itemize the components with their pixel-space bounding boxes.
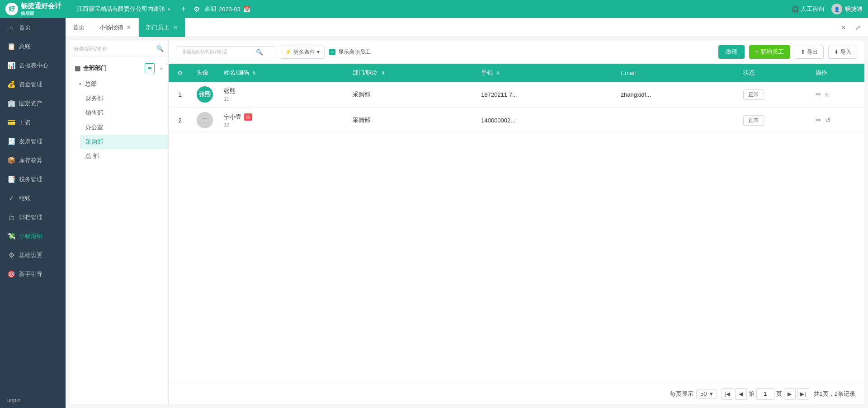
sidebar-item-home[interactable]: ⌂ 首页 xyxy=(0,18,66,37)
accounting-period: 账期 2023-03 📅 xyxy=(204,5,250,13)
sidebar-item-xiaochang[interactable]: 💸 小畅报销 xyxy=(0,227,66,246)
user-info[interactable]: 👤 畅捷通 xyxy=(831,4,863,14)
tab-department[interactable]: 部门员工 ✕ xyxy=(139,18,185,37)
row2-code: 12 xyxy=(224,122,342,127)
dept-edit-icon[interactable]: ✏ xyxy=(145,63,155,73)
top-header: 好 畅捷通好会计 旗舰版 江西服宝精品有限责任公司内账张 ▾ + ⚙ 账期 20… xyxy=(0,0,868,18)
col-settings[interactable]: ⚙ xyxy=(169,64,191,82)
filter-button[interactable]: ⚡ 更多条件 ▾ xyxy=(280,46,325,59)
sidebar-item-settlement[interactable]: ✓ 结账 xyxy=(0,189,66,208)
sidebar: ⌂ 首页 📋 总账 📊 云报表中心 💰 资金管理 🏢 固定资产 💳 工资 🧾 发… xyxy=(0,18,66,408)
row1-email: zhangxidf... xyxy=(621,91,651,98)
col-phone[interactable]: 手机 ⇅ xyxy=(476,64,615,82)
dept-group-name-head[interactable]: ▼ 总部 xyxy=(73,77,168,91)
header-right: 🎧 人工咨询 👤 畅捷通 xyxy=(792,4,863,14)
row2-edit-icon[interactable]: ✏ xyxy=(816,116,821,124)
sidebar-item-new-guide[interactable]: 🎯 新手引导 xyxy=(0,265,66,284)
employee-toolbar: 🔍 ⚡ 更多条件 ▾ ✓ 显示离职员工 邀请 xyxy=(169,41,864,64)
dept-child-sales[interactable]: 销售部 xyxy=(80,106,168,120)
add-tab-button[interactable]: + xyxy=(178,4,189,14)
first-page-icon: |◀ xyxy=(724,391,730,397)
last-page-button[interactable]: ▶| xyxy=(797,388,809,400)
row1-name-code: 张熙 11 xyxy=(224,87,342,102)
tab-department-close[interactable]: ✕ xyxy=(173,24,178,31)
tab-xiaochang-close[interactable]: ✕ xyxy=(127,24,131,31)
sidebar-label-reports: 云报表中心 xyxy=(19,61,48,70)
row1-email-cell: zhangxidf... xyxy=(616,82,738,108)
page-suffix: 页 xyxy=(776,390,782,398)
settings-icon[interactable]: ⚙ xyxy=(193,5,200,14)
dept-search-input[interactable] xyxy=(74,46,154,52)
sidebar-item-archive[interactable]: 🗂 归档管理 xyxy=(0,208,66,227)
dept-child-office[interactable]: 办公室 xyxy=(80,120,168,135)
employee-panel: 🔍 ⚡ 更多条件 ▾ ✓ 显示离职员工 邀请 xyxy=(169,41,864,404)
dept-panel: 🔍 ▦ 全部部门 ✏ « ▼ 总部 xyxy=(69,41,169,404)
fund-icon: 💰 xyxy=(7,80,15,89)
row2-name: 宁小壹 xyxy=(224,113,241,121)
tax-icon: 📑 xyxy=(7,175,15,183)
tab-collapse-button[interactable]: ✕ xyxy=(837,21,850,34)
sidebar-item-invoice[interactable]: 🧾 发票管理 xyxy=(0,132,66,151)
col-status-label: 状态 xyxy=(743,69,755,76)
row1-edit-icon[interactable]: ✏ xyxy=(816,90,821,98)
dept-group-label: 总部 xyxy=(85,80,97,88)
export-button[interactable]: ⬆ 导出 xyxy=(795,46,824,59)
row2-name-code: 宁小壹 应 12 xyxy=(224,113,342,127)
add-employee-button[interactable]: + 新增员工 xyxy=(749,45,790,59)
page-nav: |◀ ◀ 第 页 ▶ ▶| xyxy=(722,388,809,400)
sidebar-label-settlement: 结账 xyxy=(19,194,31,202)
invite-button[interactable]: 邀请 xyxy=(718,45,745,59)
page-size-dropdown[interactable]: 50 ▾ xyxy=(696,389,717,399)
row2-refresh-icon[interactable]: ↺ xyxy=(825,116,831,124)
search-icon[interactable]: 🔍 xyxy=(256,49,263,56)
import-button[interactable]: ⬇ 导入 xyxy=(828,46,857,59)
sidebar-item-inventory[interactable]: 📦 库存核算 xyxy=(0,151,66,170)
dept-all-label: 全部部门 xyxy=(83,64,107,72)
next-page-button[interactable]: ▶ xyxy=(784,388,796,400)
company-selector[interactable]: 江西服宝精品有限责任公司内账张 ▾ xyxy=(73,3,174,15)
pagination-bar: 每页显示 50 ▾ |◀ ◀ 第 xyxy=(169,383,864,404)
tab-actions: ✕ ⤢ xyxy=(837,21,864,34)
sidebar-item-general-ledger[interactable]: 📋 总账 xyxy=(0,37,66,56)
import-icon: ⬇ xyxy=(834,49,839,55)
prev-page-button[interactable]: ◀ xyxy=(735,388,747,400)
row1-logout-icon[interactable]: ⎋ xyxy=(825,91,829,98)
sidebar-label-basic: 基础设置 xyxy=(19,251,42,259)
calendar-icon[interactable]: 📅 xyxy=(243,6,250,13)
col-email-label: Email xyxy=(621,70,636,76)
service-button[interactable]: 🎧 人工咨询 xyxy=(792,5,824,13)
col-name-code[interactable]: 姓名/编码 ⇅ xyxy=(218,64,347,82)
row2-action-icons: ✏ ↺ xyxy=(816,116,859,124)
dept-all-item[interactable]: ▦ 全部部门 ✏ « xyxy=(69,60,168,77)
dept-search-icon[interactable]: 🔍 xyxy=(156,45,164,52)
add-employee-label: + 新增员工 xyxy=(755,48,784,56)
sidebar-item-fixed-assets[interactable]: 🏢 固定资产 xyxy=(0,94,66,113)
first-page-button[interactable]: |◀ xyxy=(722,388,733,400)
dept-child-finance[interactable]: 财务部 xyxy=(80,91,168,106)
col-dept-position[interactable]: 部门/职位 ⇅ xyxy=(347,64,476,82)
page-number-input[interactable] xyxy=(756,388,774,400)
sidebar-item-basic-settings[interactable]: ⚙ 基础设置 xyxy=(0,246,66,265)
checkbox-icon: ✓ xyxy=(329,49,335,55)
dept-child-headquarters[interactable]: 总 部 xyxy=(80,149,168,164)
archive-icon: 🗂 xyxy=(7,214,15,221)
sidebar-item-cloud-reports[interactable]: 📊 云报表中心 xyxy=(0,56,66,75)
tab-home[interactable]: 首页 xyxy=(66,18,92,37)
sort-dept-icon: ⇅ xyxy=(381,70,385,75)
sidebar-item-tax[interactable]: 📑 税务管理 xyxy=(0,170,66,189)
dept-finance-label: 财务部 xyxy=(85,95,103,102)
dept-collapse-icon[interactable]: « xyxy=(160,66,163,71)
sidebar-item-fund-management[interactable]: 💰 资金管理 xyxy=(0,75,66,94)
tab-expand-button[interactable]: ⤢ xyxy=(852,21,864,34)
row1-phone-cell: 18720211 7... xyxy=(476,82,615,108)
unpin-button[interactable]: unpin xyxy=(0,393,66,408)
sidebar-item-payroll[interactable]: 💳 工资 xyxy=(0,113,66,132)
dept-child-purchasing[interactable]: 采购部 xyxy=(80,135,168,149)
logo-icon: 好 xyxy=(5,3,18,15)
import-label: 导入 xyxy=(840,48,851,56)
show-resigned-toggle[interactable]: ✓ 显示离职员工 xyxy=(329,48,371,56)
tab-department-label: 部门员工 xyxy=(146,23,170,32)
tab-xiaochang[interactable]: 小畅报销 ✕ xyxy=(92,18,139,37)
employee-search-input[interactable] xyxy=(181,49,253,55)
row1-code: 11 xyxy=(224,96,342,102)
